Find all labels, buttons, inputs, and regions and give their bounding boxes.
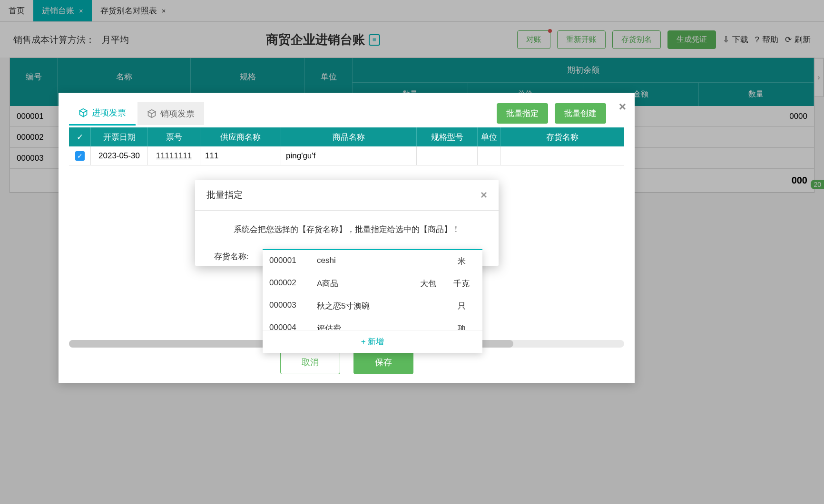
checkbox-checked-icon[interactable]: ✓	[75, 151, 85, 161]
batch-create-button[interactable]: 批量创建	[555, 103, 606, 124]
invoice-table: ✓ 开票日期 票号 供应商名称 商品名称 规格型号 单位 存货名称 ✓ 2023…	[69, 127, 624, 165]
opt-spec	[409, 323, 447, 330]
opt-unit: 米	[447, 256, 476, 267]
col-date: 开票日期	[91, 127, 148, 146]
opt-unit: 千克	[447, 278, 476, 289]
tab-input-invoice[interactable]: 进项发票	[69, 101, 136, 126]
opt-spec	[409, 256, 447, 267]
col-spec2: 规格型号	[417, 127, 478, 146]
opt-spec	[409, 300, 447, 311]
invoice-number-link[interactable]: 11111111	[156, 151, 192, 161]
tab-output-invoice[interactable]: 销项发票	[137, 102, 204, 125]
panel-footer: 取消 保存	[59, 350, 635, 374]
opt-name: A商品	[317, 278, 409, 289]
cell-stock-input[interactable]	[500, 146, 624, 165]
col-supplier: 供应商名称	[200, 127, 281, 146]
tab-output-label: 销项发票	[160, 108, 195, 119]
opt-code: 000004	[269, 323, 317, 330]
modal-message: 系统会把您选择的【存货名称】，批量指定给选中的【商品】！	[214, 224, 480, 235]
invoice-row[interactable]: ✓ 2023-05-30 11111111 111 ping'gu'f	[69, 146, 624, 165]
opt-spec: 大包	[409, 278, 447, 289]
cell-unit	[478, 146, 500, 165]
tab-input-label: 进项发票	[92, 107, 126, 118]
cell-supplier: 111	[200, 146, 281, 165]
modal-title: 批量指定	[206, 189, 243, 201]
stock-dropdown: 000001 ceshi 米 000002 A商品 大包 千克 000003 秋…	[263, 249, 482, 353]
close-icon[interactable]: ×	[481, 188, 487, 202]
opt-code: 000003	[269, 300, 317, 311]
col-product: 商品名称	[281, 127, 417, 146]
cell-date: 2023-05-30	[91, 146, 148, 165]
cube-icon	[78, 108, 88, 117]
col-stock: 存货名称	[500, 127, 624, 146]
col-unit2: 单位	[478, 127, 500, 146]
opt-name: ceshi	[317, 256, 409, 267]
col-number: 票号	[148, 127, 200, 146]
cell-spec	[417, 146, 478, 165]
cell-product: ping'gu'f	[281, 146, 417, 165]
dropdown-option[interactable]: 000001 ceshi 米	[263, 250, 482, 272]
col-check[interactable]: ✓	[69, 127, 91, 146]
modal-header: 批量指定 ×	[195, 180, 499, 211]
save-button[interactable]: 保存	[353, 350, 413, 374]
cancel-button[interactable]: 取消	[280, 350, 340, 374]
invoice-table-header: ✓ 开票日期 票号 供应商名称 商品名称 规格型号 单位 存货名称	[69, 127, 624, 146]
opt-code: 000001	[269, 256, 317, 267]
dropdown-option[interactable]: 000004 评估费 项	[263, 317, 482, 330]
dropdown-option[interactable]: 000002 A商品 大包 千克	[263, 272, 482, 295]
close-icon[interactable]: ×	[619, 99, 626, 114]
dropdown-list[interactable]: 000001 ceshi 米 000002 A商品 大包 千克 000003 秋…	[263, 250, 482, 330]
opt-code: 000002	[269, 278, 317, 289]
cube-icon	[147, 109, 157, 118]
batch-assign-button[interactable]: 批量指定	[497, 103, 548, 124]
add-new-button[interactable]: + 新增	[263, 330, 482, 353]
opt-name: 评估费	[317, 323, 409, 330]
opt-unit: 项	[447, 323, 476, 330]
panel-actions: 批量指定 批量创建	[497, 103, 606, 124]
opt-name: 秋之恋5寸澳碗	[317, 300, 409, 311]
dropdown-option[interactable]: 000003 秋之恋5寸澳碗 只	[263, 295, 482, 317]
opt-unit: 只	[447, 300, 476, 311]
